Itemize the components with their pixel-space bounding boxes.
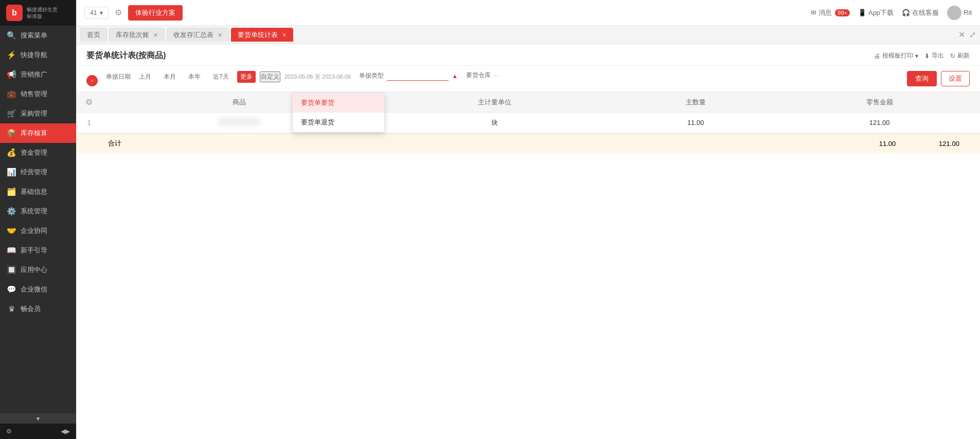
app-download-btn[interactable]: 📱 App下载	[858, 8, 894, 17]
sidebar-item-label: 资金管理	[21, 148, 47, 157]
sidebar-item-sales[interactable]: 💼 销售管理	[0, 84, 76, 104]
type-input[interactable]	[387, 71, 449, 81]
sidebar-item-label: 企业协同	[21, 226, 47, 235]
type-filter-group: 单据类型 ▲	[359, 71, 458, 81]
sidebar-item-guide[interactable]: 📖 新手引导	[0, 241, 76, 260]
cell-amount: 121.00	[779, 113, 980, 133]
page-actions: 🖨 按模板打印 ▾ ⬇ 导出 ↻ 刷新	[874, 51, 970, 60]
sidebar-item-marketing[interactable]: 📢 营销推广	[0, 65, 76, 84]
chevron-down-icon: ▾	[100, 9, 103, 16]
dropdown-item-order[interactable]: 要货单要货	[293, 93, 384, 113]
tab-inventory-batch[interactable]: 库存批次账 ✕	[109, 28, 165, 42]
sidebar-item-label: 企业微信	[21, 285, 47, 294]
marketing-icon: 📢	[6, 70, 16, 79]
date-last-month[interactable]: 上月	[135, 71, 155, 83]
topbar-right: ✉ 消息 99+ 📱 App下载 🎧 在线客服 Rit	[811, 6, 972, 20]
date-custom-btn[interactable]: 自定义	[260, 71, 280, 82]
cell-unit: 块	[377, 113, 613, 133]
sidebar-item-search[interactable]: 🔍 搜索菜单	[0, 26, 76, 45]
filter-actions: 查询 设置	[907, 71, 970, 86]
tab-expand-icon[interactable]: ⤢	[969, 30, 976, 40]
filter-expand-btn[interactable]: ›	[86, 75, 98, 86]
page-title: 要货单统计表(按商品)	[86, 50, 166, 61]
industry-button[interactable]: 体验行业方案	[128, 5, 183, 21]
sidebar-item-vip[interactable]: ♛ 畅会员	[0, 299, 76, 319]
sidebar-item-label: 系统管理	[21, 207, 47, 216]
app-download-label: App下载	[868, 8, 894, 17]
tab-inventory-batch-label: 库存批次账	[116, 30, 149, 40]
date-last-7[interactable]: 近7天	[209, 71, 233, 83]
warehouse-label: 要货仓库	[466, 71, 491, 80]
date-more-badge[interactable]: 更多	[237, 71, 256, 83]
col-settings[interactable]: ⚙	[76, 92, 102, 113]
sidebar-item-label: 经营管理	[21, 168, 47, 177]
quicknav-icon: ⚡	[6, 50, 16, 60]
refresh-btn[interactable]: ↻ 刷新	[950, 51, 970, 60]
sidebar-item-quicknav[interactable]: ⚡ 快捷导航	[0, 45, 76, 65]
refresh-label: 刷新	[957, 51, 970, 60]
setting-button[interactable]: 设置	[941, 71, 970, 86]
date-filter-group: 单据日期 上月 本月 本年 近7天 更多 自定义 2023-05-06 至 20…	[106, 71, 351, 83]
warehouse-filter-group: 要货仓库 ···	[466, 71, 498, 80]
product-blurred	[219, 118, 260, 126]
sidebar-item-operations[interactable]: 📊 经营管理	[0, 162, 76, 182]
sidebar-item-basic[interactable]: 🗂️ 基础信息	[0, 182, 76, 202]
warehouse-dots-icon[interactable]: ···	[493, 71, 498, 79]
user-avatar-area[interactable]: Rit	[947, 6, 972, 20]
tab-order-stats[interactable]: 要货单统计表 ✕	[231, 28, 293, 42]
sidebar-settings-icon[interactable]: ⚙	[6, 428, 12, 435]
sidebar-item-label: 营销推广	[21, 70, 47, 79]
sidebar-item-enterprise[interactable]: 🤝 企业协同	[0, 221, 76, 241]
type-dropdown-arrow[interactable]: ▲	[452, 72, 458, 80]
type-label: 单据类型	[359, 71, 384, 80]
tab-order-stats-close[interactable]: ✕	[282, 32, 287, 39]
sidebar-item-label: 应用中心	[21, 265, 47, 275]
col-amount: 零售金额	[779, 92, 980, 113]
query-button[interactable]: 查询	[907, 71, 937, 86]
refresh-icon: ↻	[950, 52, 955, 60]
tab-home[interactable]: 首页	[80, 28, 107, 42]
tab-inventory-batch-close[interactable]: ✕	[153, 32, 158, 39]
export-label: 导出	[932, 51, 944, 60]
system-icon: ⚙️	[6, 207, 16, 216]
sidebar-item-finance[interactable]: 💰 资金管理	[0, 143, 76, 162]
finance-icon: 💰	[6, 148, 16, 157]
filter-bar: › 单据日期 上月 本月 本年 近7天 更多 自定义 2023-05-06 至 …	[76, 66, 980, 92]
tab-close-all-icon[interactable]: ✕	[958, 30, 965, 40]
sidebar-item-system[interactable]: ⚙️ 系统管理	[0, 202, 76, 221]
service-label: 在线客服	[912, 8, 939, 17]
topbar: 41 ▾ ⚙ 体验行业方案 ✉ 消息 99+ 📱 App下载 🎧 在线客服 R	[76, 0, 980, 26]
online-service-btn[interactable]: 🎧 在线客服	[902, 8, 939, 17]
tab-receivable[interactable]: 收发存汇总表 ✕	[167, 28, 229, 42]
search-icon: 🔍	[6, 31, 16, 40]
messages-btn[interactable]: ✉ 消息 99+	[811, 8, 850, 17]
sidebar-item-purchase[interactable]: 🛒 采购管理	[0, 104, 76, 123]
table-settings-icon[interactable]: ⚙	[85, 98, 93, 106]
table-body: 1 块 11.00 121.00	[76, 113, 980, 133]
dropdown-item-return[interactable]: 要货单退货	[293, 113, 384, 132]
date-this-year[interactable]: 本年	[184, 71, 205, 83]
export-btn[interactable]: ⬇ 导出	[924, 51, 944, 60]
basic-icon: 🗂️	[6, 187, 16, 196]
sidebar: b 畅捷通好生意 标准版 🔍 搜索菜单 ⚡ 快捷导航 📢 营销推广 💼 销售管理…	[0, 0, 76, 439]
logo-text: 畅捷通好生意 标准版	[27, 6, 58, 20]
tab-order-stats-label: 要货单统计表	[238, 30, 278, 40]
sidebar-item-apps[interactable]: 🔲 应用中心	[0, 260, 76, 280]
sidebar-scroll-down[interactable]: ▼	[0, 413, 76, 424]
page-header: 要货单统计表(按商品) 🖨 按模板打印 ▾ ⬇ 导出 ↻ 刷新	[76, 44, 980, 66]
export-icon: ⬇	[924, 52, 930, 60]
sidebar-item-label: 搜索菜单	[21, 31, 47, 40]
table-summary-row: 合计 11.00 121.00	[76, 133, 980, 153]
footer-label: 合计	[102, 139, 779, 148]
sidebar-toggle-icon[interactable]: ◀▶	[61, 428, 70, 435]
print-icon: 🖨	[874, 52, 880, 60]
tab-receivable-close[interactable]: ✕	[218, 32, 222, 39]
date-this-month[interactable]: 本月	[159, 71, 180, 83]
branch-selector[interactable]: 41 ▾	[84, 7, 109, 19]
sidebar-item-inventory[interactable]: 📦 库存核算	[0, 123, 76, 143]
topbar-gear-icon[interactable]: ⚙	[115, 8, 122, 17]
print-template-btn[interactable]: 🖨 按模板打印 ▾	[874, 51, 918, 60]
table-header: ⚙ 商品 主计量单位 主数量 零售金额	[76, 92, 980, 113]
footer-amount: 121.00	[918, 140, 980, 148]
sidebar-item-wechat[interactable]: 💬 企业微信	[0, 280, 76, 299]
